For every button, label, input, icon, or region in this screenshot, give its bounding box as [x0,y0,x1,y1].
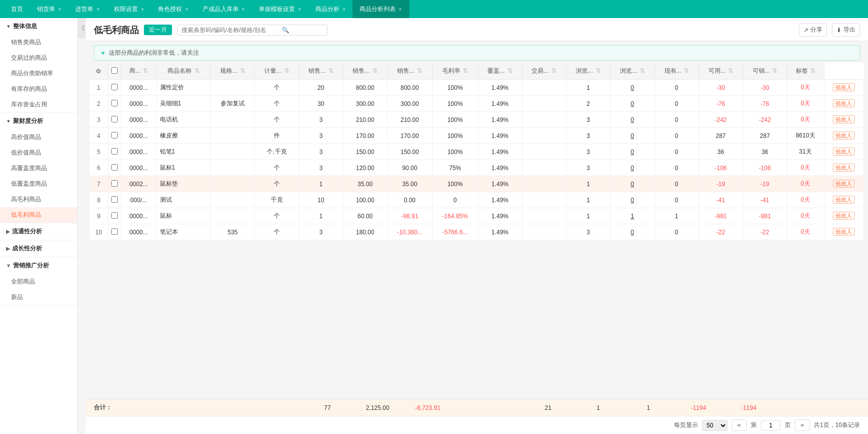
row-profit-rate: -164.85% [432,208,478,224]
nav-permission-settings[interactable]: 权限设置 × [107,0,151,18]
views1-link[interactable]: 1 [631,213,634,220]
row-name[interactable]: 电话机 [156,112,211,128]
select-all-checkbox[interactable] [111,67,118,74]
close-icon[interactable]: × [298,6,301,12]
close-icon[interactable]: × [242,6,245,12]
close-icon[interactable]: × [399,6,402,12]
row-code: 0000... [121,208,156,224]
sidebar-item-category-rate[interactable]: 商品分类助销率 [0,66,77,81]
nav-home[interactable]: 首页 [4,0,30,18]
col-saleable[interactable]: 可销... ⇅ [743,63,787,80]
close-icon[interactable]: × [342,6,345,12]
close-icon[interactable]: × [58,6,61,12]
search-icon[interactable]: 🔍 [282,27,289,34]
prev-page-button[interactable]: ＜ [732,419,747,431]
row-name[interactable]: 笔记本 [156,224,211,240]
export-button[interactable]: ⬇ 导出 [832,23,860,37]
sidebar-item-stock-capital[interactable]: 库存资金占用 [0,97,77,112]
views1-link[interactable]: 0 [631,84,634,91]
col-price[interactable]: 销售... ⇅ [343,63,387,80]
sidebar-item-traded-goods[interactable]: 交易过的商品 [0,50,77,66]
col-views1[interactable]: 浏览... ⇅ [566,63,610,80]
col-unit[interactable]: 计量... ⇅ [255,63,299,80]
sidebar-section-marketing-title[interactable]: ▼ 营销推广分析 [0,257,77,274]
col-qty[interactable]: 销售... ⇅ [299,63,343,80]
row-name[interactable]: 鼠标垫 [156,176,211,192]
sidebar-item-high-value[interactable]: 高价值商品 [0,129,77,145]
col-code[interactable]: 商... ⇅ [121,63,156,80]
views1-link[interactable]: 0 [631,100,634,107]
row-checkbox[interactable] [111,164,118,171]
views1-link[interactable]: 0 [631,132,634,139]
search-input[interactable] [182,27,282,34]
sidebar-item-sales-goods[interactable]: 销售类商品 [0,35,77,50]
row-name[interactable]: 测试 [156,192,211,208]
col-tag[interactable]: 标签 ⇅ [787,63,824,80]
nav-product-stock[interactable]: 产成品入库单 × [196,0,252,18]
nav-sales-order[interactable]: 销货单 × [30,0,68,18]
col-coverage[interactable]: 覆盖... ⇅ [478,63,522,80]
row-name[interactable]: 属性定价 [156,80,211,96]
views1-link[interactable]: 0 [631,181,634,188]
sidebar-item-low-coverage[interactable]: 低覆盖度商品 [0,176,77,192]
page-size-select[interactable]: 50 10 20 100 [702,420,728,431]
col-name[interactable]: 商品名称 ⇅ [156,63,211,80]
row-code: 0000... [121,160,156,176]
col-stock[interactable]: 现有... ⇅ [654,63,699,80]
sidebar-item-in-stock[interactable]: 有库存的商品 [0,81,77,97]
row-checkbox[interactable] [111,100,118,106]
row-name[interactable]: 橡皮擦 [156,128,211,144]
nav-template-settings[interactable]: 单据模板设置 × [252,0,308,18]
row-checkbox[interactable] [111,180,118,187]
col-avail[interactable]: 可用... ⇅ [699,63,743,80]
page-number-input[interactable] [761,420,781,430]
row-name[interactable]: 吴细细1 [156,96,211,112]
share-button[interactable]: ↗ 分享 [799,23,827,37]
sidebar-item-all-goods[interactable]: 全部商品 [0,274,77,290]
sidebar-item-high-margin[interactable]: 高毛利商品 [0,192,77,207]
nav-product-analysis-list[interactable]: 商品分析列表 × [353,0,409,18]
sidebar-item-new-goods[interactable]: 新品 [0,290,77,305]
col-views2[interactable]: 浏览... ⇅ [610,63,654,80]
nav-purchase-order[interactable]: 进货单 × [68,0,106,18]
row-profit-rate: -5766.6... [432,224,478,240]
row-name[interactable]: 鼠标 [156,208,211,224]
row-trades: 3 [566,160,610,176]
views1-link[interactable]: 0 [631,149,634,156]
filter-tag-recent-month[interactable]: 近一月 [144,25,172,35]
row-profit: 210.00 [387,112,432,128]
sidebar-item-low-value[interactable]: 低价值商品 [0,145,77,161]
views1-link[interactable]: 0 [631,229,634,236]
row-checkbox[interactable] [111,148,118,155]
col-spec[interactable]: 规格... ⇅ [211,63,255,80]
row-checkbox[interactable] [111,84,118,90]
close-icon[interactable]: × [185,6,188,12]
row-checkbox[interactable] [111,132,118,138]
row-checkbox[interactable] [111,228,118,235]
sidebar-item-low-margin[interactable]: 低毛利商品 [0,207,77,223]
sidebar-item-high-coverage[interactable]: 高覆盖度商品 [0,161,77,176]
col-trades[interactable]: 交易... ⇅ [522,63,566,80]
row-checkbox[interactable] [111,196,118,203]
row-checkbox[interactable] [111,116,118,122]
sidebar-collapse-button[interactable]: 《 [78,18,86,38]
row-name[interactable]: 铅笔1 [156,144,211,160]
views1-link[interactable]: 0 [631,197,634,204]
close-icon[interactable]: × [141,6,144,12]
sidebar-section-wealth-title[interactable]: ▼ 聚财度分析 [0,113,77,129]
next-page-button[interactable]: ＞ [795,419,810,431]
nav-product-analysis[interactable]: 商品分析 × [308,0,353,18]
views1-link[interactable]: 0 [631,116,634,123]
views1-link[interactable]: 0 [631,165,634,172]
row-checkbox[interactable] [111,212,118,219]
row-price: 210.00 [343,112,387,128]
col-profit[interactable]: 销售... ⇅ [387,63,432,80]
sidebar-section-growth-title[interactable]: ▶ 成长性分析 [0,240,77,257]
sidebar-section-circulation-title[interactable]: ▶ 流通性分析 [0,223,77,240]
col-profit-rate[interactable]: 毛利率 ⇅ [432,63,478,80]
col-settings[interactable]: ⚙ [90,63,108,80]
close-icon[interactable]: × [96,6,99,12]
sidebar-section-overall-title[interactable]: ▼ 整体信息 [0,18,77,35]
row-name[interactable]: 鼠标1 [156,160,211,176]
nav-role-auth[interactable]: 角色授权 × [151,0,195,18]
